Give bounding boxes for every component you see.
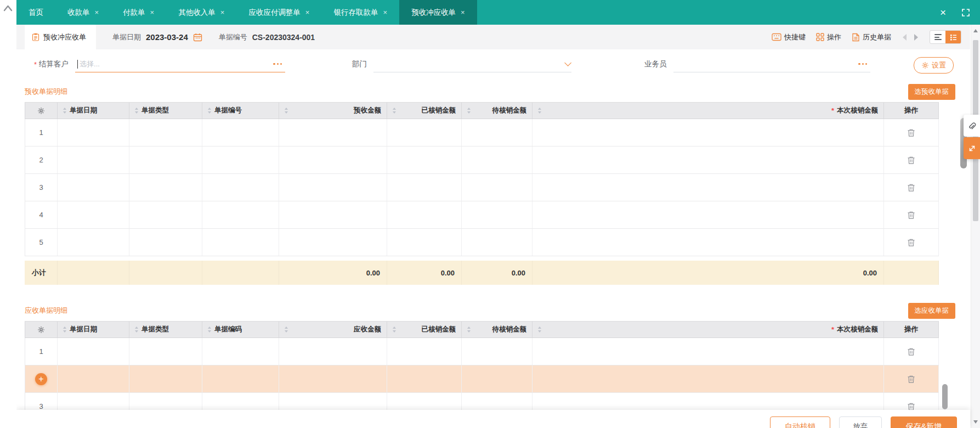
sort-icon[interactable] [285, 108, 288, 114]
table-cell[interactable] [279, 201, 387, 228]
table-cell[interactable] [387, 147, 462, 173]
sort-icon[interactable] [393, 326, 396, 333]
topbar-tab[interactable]: 其他收入单× [166, 0, 236, 25]
table-cell[interactable] [533, 147, 884, 173]
table-cell[interactable] [462, 147, 533, 173]
form-view-button[interactable] [945, 31, 961, 43]
sort-icon[interactable] [63, 108, 66, 114]
column-header[interactable]: 应收金额 [279, 322, 387, 337]
table-row[interactable]: 1 [25, 338, 939, 365]
column-settings-gear-icon[interactable] [37, 326, 45, 334]
sort-icon[interactable] [285, 326, 288, 333]
table-cell[interactable] [533, 365, 884, 392]
table-row[interactable]: 5 [25, 229, 939, 256]
tab-close-icon[interactable]: × [461, 8, 465, 16]
column-header[interactable]: 已核销金额 [387, 322, 462, 337]
table-cell[interactable] [462, 174, 533, 201]
column-header[interactable]: 单据日期 [58, 322, 129, 337]
column-header[interactable]: 单据编号 [202, 103, 279, 119]
delete-row-button[interactable] [905, 127, 917, 139]
sort-icon[interactable] [538, 326, 541, 333]
sort-icon[interactable] [467, 326, 471, 333]
table-cell[interactable] [387, 201, 462, 228]
chevron-down-icon[interactable] [564, 59, 571, 66]
delete-row-button[interactable] [905, 182, 917, 194]
table-cell[interactable] [129, 229, 202, 256]
scroll-up-icon[interactable] [973, 29, 978, 32]
delete-row-button[interactable] [905, 209, 917, 221]
sort-icon[interactable] [467, 108, 471, 114]
column-settings-cell[interactable] [25, 103, 58, 119]
table-cell[interactable] [58, 147, 129, 173]
table-cell[interactable] [58, 201, 129, 228]
sort-icon[interactable] [135, 108, 138, 114]
topbar-tab[interactable]: 银行存取款单× [321, 0, 399, 25]
table-cell[interactable] [462, 119, 533, 146]
table-cell[interactable] [387, 338, 462, 365]
collapse-up-icon[interactable] [3, 4, 13, 12]
document-tab[interactable]: 预收冲应收单 [25, 25, 96, 49]
table-cell[interactable] [129, 338, 202, 365]
sort-icon[interactable] [63, 326, 66, 333]
table-cell[interactable] [129, 201, 202, 228]
table-cell[interactable] [202, 229, 279, 256]
column-header[interactable]: 单据日期 [58, 103, 129, 119]
table-cell[interactable] [129, 174, 202, 201]
tab-close-icon[interactable]: × [305, 8, 310, 16]
column-header[interactable]: *本次核销金额 [533, 322, 884, 337]
column-header[interactable]: 单据类型 [129, 103, 202, 119]
table-cell[interactable] [58, 338, 129, 365]
table-cell[interactable] [533, 174, 884, 201]
scroll-down-icon[interactable] [973, 420, 978, 424]
column-header[interactable]: *本次核销金额 [533, 103, 884, 119]
page-scrollbar[interactable] [971, 25, 980, 428]
department-input[interactable] [373, 56, 571, 72]
tab-close-icon[interactable]: × [95, 8, 99, 16]
sort-icon[interactable] [538, 108, 541, 114]
close-icon[interactable]: × [940, 7, 946, 18]
column-header[interactable]: 已核销金额 [387, 103, 462, 119]
select-prepaid-button[interactable]: 选预收单据 [908, 84, 956, 100]
table-cell[interactable] [202, 365, 279, 392]
table-cell[interactable] [58, 174, 129, 201]
table-row[interactable]: 3 [25, 174, 939, 201]
table-cell[interactable] [202, 119, 279, 146]
table-cell[interactable] [279, 338, 387, 365]
select-receivable-button[interactable]: 选应收单据 [908, 303, 956, 319]
delete-row-button[interactable] [905, 154, 917, 166]
topbar-tab[interactable]: 预收冲应收单× [399, 0, 477, 25]
column-header[interactable]: 待核销金额 [462, 103, 533, 119]
table-cell[interactable] [129, 119, 202, 146]
table-cell[interactable] [58, 365, 129, 392]
next-page-icon[interactable] [914, 34, 918, 41]
sort-icon[interactable] [208, 326, 211, 333]
date-value[interactable]: 2023-03-24 [146, 32, 188, 42]
sort-icon[interactable] [393, 108, 396, 114]
table-cell[interactable] [533, 229, 884, 256]
tab-close-icon[interactable]: × [220, 8, 225, 16]
topbar-tab[interactable]: 付款单× [111, 0, 166, 25]
table-cell[interactable] [279, 147, 387, 173]
table-row[interactable]: 1 [25, 119, 939, 147]
cancel-button[interactable]: 放弃 [839, 416, 882, 428]
table-cell[interactable] [462, 365, 533, 392]
actions-button[interactable]: 操作 [816, 32, 841, 42]
table-cell[interactable] [202, 174, 279, 201]
tab-close-icon[interactable]: × [150, 8, 155, 16]
table-cell[interactable] [462, 229, 533, 256]
add-row-button[interactable]: + [35, 373, 47, 385]
list-view-button[interactable] [930, 31, 945, 43]
delete-row-button[interactable] [905, 236, 917, 249]
tab-close-icon[interactable]: × [383, 8, 387, 16]
table-row[interactable]: + [25, 365, 939, 393]
topbar-tab[interactable]: 收款单× [55, 0, 111, 25]
topbar-tab[interactable]: 应收应付调整单× [236, 0, 321, 25]
shortcut-keys-button[interactable]: 快捷键 [772, 32, 806, 42]
column-header[interactable]: 单据编码 [202, 322, 279, 337]
expand-button[interactable] [964, 137, 980, 159]
table-cell[interactable] [533, 119, 884, 146]
column-settings-gear-icon[interactable] [37, 107, 45, 115]
ellipsis-picker-icon[interactable] [272, 61, 283, 67]
history-button[interactable]: 历史单据 [852, 32, 891, 42]
attachment-button[interactable] [964, 115, 980, 137]
